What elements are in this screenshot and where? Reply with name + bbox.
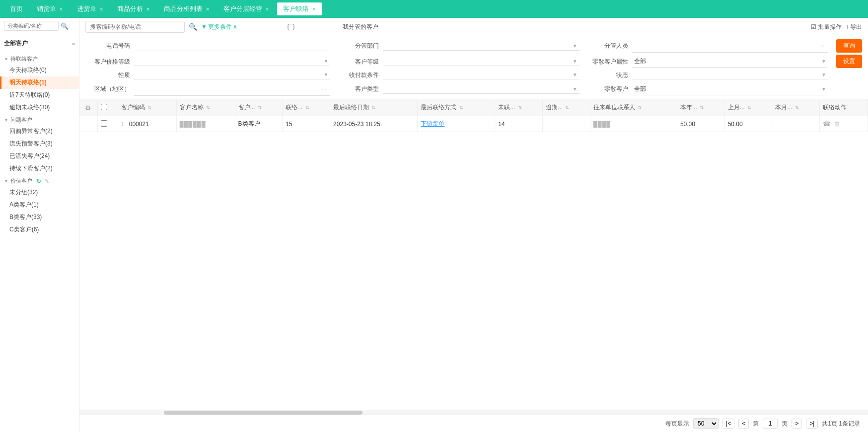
filter-icon: ▼	[201, 23, 207, 30]
retail-cust-dropdown-icon: ▼	[821, 86, 826, 92]
close-customer-tier-icon[interactable]: ✕	[265, 6, 269, 12]
sort-last-contact-method-icon[interactable]: ⇅	[459, 105, 463, 110]
col-this-year: 本年... ⇅	[677, 99, 724, 116]
filter-status-label: 状态	[583, 71, 628, 79]
sort-code-icon[interactable]: ⇅	[147, 105, 151, 110]
export-button[interactable]: ↑ 导出	[846, 23, 862, 31]
bulk-ops-button[interactable]: ☑ 批量操作	[811, 23, 842, 31]
next-page-button[interactable]: >	[792, 419, 802, 429]
sort-this-year-icon[interactable]: ⇅	[700, 105, 704, 110]
filter-status-select[interactable]: ▼	[632, 71, 828, 79]
sort-type-icon[interactable]: ⇅	[258, 105, 262, 110]
sidebar-item-today[interactable]: 今天待联络(0)	[0, 64, 79, 76]
sidebar-item-class-c[interactable]: C类客户(6)	[0, 223, 79, 236]
filter-retail-attr-select[interactable]: 全部 ▼	[632, 56, 828, 68]
scrollbar-thumb[interactable]	[164, 411, 362, 415]
col-last-contact-method: 最后联络方式 ⇅	[418, 99, 495, 116]
all-customers-label: 全部客户	[4, 39, 28, 48]
row-checkbox[interactable]	[101, 120, 107, 127]
sidebar-all-customers[interactable]: 全部客户 «	[0, 36, 79, 51]
nav-analysis[interactable]: 商品分析 ✕	[111, 2, 156, 15]
row-type-cell: B类客户	[235, 116, 283, 132]
close-sales-icon[interactable]: ✕	[59, 6, 63, 12]
value-group-edit-icon[interactable]: ✎	[44, 178, 49, 185]
more-filter-button[interactable]: ▼ 更多条件 ∧	[201, 23, 237, 31]
filter-cust-grade-select[interactable]: ▼	[383, 57, 579, 66]
row-last-contact-method[interactable]: 下销货单	[421, 120, 444, 127]
my-customer-checkbox[interactable]	[241, 24, 341, 30]
sidebar-group-value: 价值客户 ↻ ✎	[0, 175, 79, 186]
filter-person-select[interactable]: ···	[632, 39, 828, 53]
sidebar-section-all: 全部客户 «	[0, 34, 79, 53]
sort-uncontacted-icon[interactable]: ⇅	[518, 105, 522, 110]
table-gear-icon[interactable]: ⚙	[85, 104, 91, 112]
filter-payment-select[interactable]: ▼	[383, 71, 579, 79]
row-more-icon[interactable]: ⊞	[834, 120, 840, 128]
nav-home[interactable]: 首页	[4, 2, 29, 15]
search-input[interactable]	[85, 21, 185, 33]
row-code-cell: 1 000021	[118, 116, 176, 132]
row-action-cell: ☎ ⊞	[820, 116, 868, 132]
sidebar-item-tomorrow[interactable]: 明天待联络(1)	[0, 76, 79, 89]
filter-dept-select[interactable]: ▼	[383, 42, 579, 51]
row-checkbox-cell	[97, 116, 118, 132]
cust-grade-dropdown-icon: ▼	[573, 59, 578, 64]
customers-table: ⚙ 客户编码 ⇅ 客户名称 ⇅	[79, 99, 868, 132]
sort-last-month-icon[interactable]: ⇅	[747, 105, 751, 110]
col-last-contact-date: 最后联络日期 ⇅	[330, 99, 418, 116]
close-analysis-list-icon[interactable]: ✕	[206, 6, 210, 12]
sidebar-item-declining[interactable]: 持续下滑客户(2)	[0, 162, 79, 175]
sidebar: 🔍 全部客户 « 待联络客户 今天待联络(0) 明天待联络(1) 近7天待联络(…	[0, 18, 79, 432]
first-page-button[interactable]: |<	[723, 419, 734, 429]
sort-contact-count-icon[interactable]: ⇅	[305, 105, 309, 110]
sidebar-item-overdue-contact[interactable]: 逾期未联络(30)	[0, 101, 79, 114]
query-button[interactable]: 查询	[836, 39, 862, 53]
filter-price-grade-select[interactable]: ▼	[134, 57, 330, 66]
filter-nature-select[interactable]: ▼	[134, 71, 330, 79]
row-contact-icon[interactable]: ☎	[823, 120, 831, 128]
my-customer-checkbox-area[interactable]: 我分管的客户	[241, 23, 378, 31]
sidebar-item-ungrouped[interactable]: 未分组(32)	[0, 186, 79, 199]
filter-cust-type-select[interactable]: ▼	[383, 85, 579, 94]
filter-region-select[interactable]: ···	[134, 82, 330, 96]
col-type: 客户... ⇅	[235, 99, 283, 116]
sidebar-item-class-b[interactable]: B类客户(33)	[0, 211, 79, 223]
sidebar-item-lost[interactable]: 已流失客户(24)	[0, 150, 79, 162]
close-purchase-icon[interactable]: ✕	[99, 6, 103, 12]
nav-customer-tier[interactable]: 客户分层经营 ✕	[217, 2, 275, 15]
filter-row-1: 电话号码 分管部门 ▼ 分管人员 ···	[85, 39, 828, 53]
sidebar-item-repurchase-anomaly[interactable]: 回购异常客户(2)	[0, 125, 79, 138]
page-input[interactable]	[763, 419, 778, 429]
sidebar-item-week[interactable]: 近7天待联络(0)	[0, 89, 79, 101]
retail-attr-dropdown-icon: ▼	[821, 59, 826, 64]
filter-retail-cust-select[interactable]: 全部 ▼	[632, 83, 828, 95]
sidebar-search-input[interactable]	[4, 21, 59, 31]
row-this-year: 50.00	[680, 121, 695, 128]
col-uncontacted: 未联... ⇅	[495, 99, 543, 116]
sort-last-contact-date-icon[interactable]: ⇅	[371, 105, 375, 110]
nav-purchase[interactable]: 进货单 ✕	[71, 2, 109, 15]
sidebar-search-icon[interactable]: 🔍	[61, 22, 69, 30]
sidebar-item-class-a[interactable]: A类客户(1)	[0, 199, 79, 211]
filter-phone-input[interactable]	[134, 41, 330, 51]
nav-customer-contact[interactable]: 客户联络 ✕	[277, 2, 322, 15]
sidebar-item-lost-potential[interactable]: 流失预警客户(3)	[0, 138, 79, 150]
select-all-checkbox[interactable]	[101, 104, 107, 110]
nav-analysis-list[interactable]: 商品分析列表 ✕	[158, 2, 216, 15]
nav-sales[interactable]: 销货单 ✕	[31, 2, 69, 15]
col-name: 客户名称 ⇅	[176, 99, 235, 116]
sort-name-icon[interactable]: ⇅	[206, 105, 210, 110]
per-page-select[interactable]: 50 100	[693, 418, 719, 429]
prev-page-button[interactable]: <	[738, 419, 749, 429]
horizontal-scrollbar[interactable]	[79, 410, 868, 415]
value-group-refresh-icon[interactable]: ↻	[36, 178, 41, 185]
close-customer-contact-icon[interactable]: ✕	[312, 6, 316, 12]
settings-button[interactable]: 设置	[836, 55, 862, 68]
sort-overdue-icon[interactable]: ⇅	[565, 105, 569, 110]
last-page-button[interactable]: >|	[806, 419, 818, 429]
filter-cust-grade-label: 客户等级	[334, 58, 379, 66]
sort-unit-contact-icon[interactable]: ⇅	[638, 105, 642, 110]
sort-this-month-icon[interactable]: ⇅	[795, 105, 799, 110]
close-analysis-icon[interactable]: ✕	[146, 6, 150, 12]
search-button[interactable]: 🔍	[189, 23, 197, 31]
